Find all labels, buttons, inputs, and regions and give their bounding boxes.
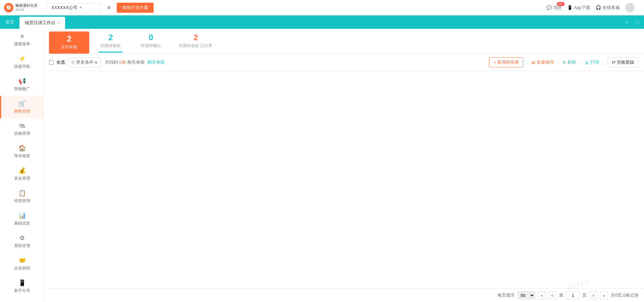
app-download-label: App下载	[574, 5, 590, 11]
sidebar-item-basic-info[interactable]: 📊 基础信息	[0, 208, 43, 230]
sidebar-item-guide[interactable]: 📱 新手引导	[0, 275, 43, 298]
found-text: 共找到 0条 相关单据	[105, 59, 145, 65]
tab-bar: 首页 钱货日清工作台 × × □	[0, 15, 644, 29]
more-conditions-button[interactable]: ▽ 更多条件 ▾	[68, 57, 101, 67]
sidebar-label-basic-info: 基础信息	[14, 221, 30, 226]
sidebar-item-inventory[interactable]: 🏠 库存核算	[0, 140, 43, 163]
total-info: 共0页,0条记录	[611, 292, 639, 298]
sidebar-item-purchase[interactable]: 🛍 采购管理	[0, 118, 43, 140]
company-selector[interactable]: XXXXXX公司 ▼	[48, 3, 101, 12]
print-icon: 🖨	[585, 60, 589, 65]
found-suffix: 相关单据	[127, 60, 145, 65]
sidebar-label-sales: 销售管理	[14, 109, 30, 114]
sidebar-item-marketing[interactable]: 📢 营销推广	[0, 73, 43, 96]
batch-button[interactable]: ⊞ 批量操作	[532, 59, 554, 65]
page-label: 第	[559, 292, 564, 298]
page-number-input[interactable]	[566, 291, 580, 299]
sidebar-item-enterprise-coop[interactable]: 🤝 企业协同	[0, 253, 43, 275]
last-page-button[interactable]: »	[600, 291, 608, 299]
sidebar-item-app-center[interactable]: 📦 应用中心	[0, 298, 43, 302]
header-right: 💬 消息 99+ 📱 App下载 🎧 在线客服	[546, 3, 640, 12]
tab-close-icon[interactable]: ×	[57, 20, 60, 25]
sidebar-label-marketing: 营销推广	[14, 86, 30, 92]
batch-label: 批量操作	[537, 59, 554, 65]
sidebar-item-sales[interactable]: 🛒 销售管理	[0, 96, 43, 118]
add-sales-button[interactable]: + 新增销货单	[489, 57, 523, 67]
sidebar-label-guide: 新手引导	[14, 288, 30, 294]
trial-button[interactable]: 体验行业方案	[117, 3, 154, 13]
switch-label: 切换新版	[617, 60, 634, 65]
menu-icon: ≡	[20, 33, 24, 40]
table-area	[44, 71, 644, 288]
toolbar-right: + 新增销货单 ⊞ 批量操作 ↻ 刷新 🖨 打印 ⇄	[489, 57, 639, 67]
system-icon: ⚙	[19, 234, 25, 242]
sidebar-label-enterprise-coop: 企业协同	[14, 265, 30, 271]
window-max-button[interactable]: □	[633, 18, 641, 26]
lightning-icon: ⚡	[18, 55, 26, 62]
stat-label-all: 全部单据	[61, 44, 77, 50]
sidebar-item-finance[interactable]: 💰 资金管理	[0, 163, 43, 185]
logo-area: 畅 畅捷通好生意 标准版	[4, 3, 48, 12]
last-page-icon: »	[603, 293, 605, 298]
money-icon: 💰	[18, 167, 26, 174]
stat-underline	[99, 52, 123, 53]
settings-button[interactable]: ⚙	[104, 3, 114, 13]
company-name: XXXXXX公司	[51, 5, 77, 11]
sidebar-label-operations: 经营管理	[14, 198, 30, 204]
app-download-button[interactable]: 📱 App下载	[567, 5, 590, 11]
active-tab-label: 钱货日清工作台	[25, 20, 55, 26]
refresh-label: 刷新	[568, 59, 576, 65]
next-page-icon: >	[592, 293, 595, 298]
divider-1	[527, 60, 528, 65]
related-orders-link[interactable]: 相关单据	[147, 59, 165, 65]
logo-icon: 畅	[4, 3, 13, 12]
prev-page-icon: <	[551, 293, 554, 298]
message-button[interactable]: 💬 消息 99+	[546, 5, 562, 11]
first-page-icon: «	[540, 293, 543, 298]
stat-card-overdue[interactable]: 2 到期未收款	[91, 29, 131, 54]
sidebar-item-operations[interactable]: 📋 经营管理	[0, 185, 43, 208]
divider-3	[580, 60, 581, 65]
per-page-select[interactable]: 50 10 20 100	[518, 291, 535, 299]
stat-card-all[interactable]: 2 全部单据	[49, 32, 89, 54]
logo-text-area: 畅捷通好生意 标准版	[15, 3, 38, 12]
sidebar-label-inventory: 库存核算	[14, 153, 30, 159]
stat-number-unshipped: 2	[194, 33, 198, 42]
sidebar-item-system[interactable]: ⚙ 系统管理	[0, 230, 43, 253]
sidebar-item-quick-nav[interactable]: ⚡ 快捷导航	[0, 51, 43, 73]
stat-card-unshipped[interactable]: 2 到期未收款 已出库	[171, 29, 220, 54]
window-close-button[interactable]: ×	[623, 18, 631, 26]
refresh-button[interactable]: ↻ 刷新	[562, 59, 576, 65]
sidebar-label-system: 系统管理	[14, 243, 30, 249]
divider-2	[558, 60, 558, 65]
tab-home[interactable]: 首页	[0, 15, 19, 29]
avatar[interactable]	[625, 3, 635, 12]
found-count: 0条	[119, 60, 126, 65]
stat-number-wangpu: 0	[149, 33, 153, 42]
online-service-label: 在线客服	[602, 5, 620, 11]
sidebar-label-purchase: 采购管理	[14, 131, 30, 136]
pagination: 每页显示 50 10 20 100 « < 第 页 > » 共0页,0条记录	[44, 288, 644, 302]
stat-label-unshipped: 到期未收款 已出库	[179, 43, 212, 49]
tab-active[interactable]: 钱货日清工作台 ×	[19, 17, 65, 29]
chevron-down-icon: ▾	[95, 60, 97, 65]
app-name: 畅捷通好生意	[15, 3, 38, 8]
next-page-button[interactable]: >	[589, 291, 597, 299]
prev-page-button[interactable]: <	[548, 291, 556, 299]
stat-card-wangpu[interactable]: 0 旺辅待确认	[131, 29, 171, 54]
online-service-button[interactable]: 🎧 在线客服	[596, 5, 620, 11]
chevron-down-icon: ▼	[79, 6, 82, 9]
sidebar-item-search-menu[interactable]: ≡ 搜索菜单	[0, 29, 43, 51]
more-conditions-label: 更多条件	[76, 59, 94, 65]
print-label: 打印	[590, 59, 599, 65]
app-badge: 标准版	[15, 8, 38, 12]
select-all-label: 全选	[56, 59, 65, 65]
found-prefix: 共找到	[105, 60, 118, 65]
select-all-checkbox[interactable]	[49, 60, 54, 65]
switch-version-button[interactable]: ⇄ 切换新版	[607, 57, 639, 67]
first-page-button[interactable]: «	[538, 291, 546, 299]
megaphone-icon: 📢	[18, 77, 26, 85]
message-badge: 99+	[557, 2, 565, 6]
print-button[interactable]: 🖨 打印	[585, 59, 599, 65]
sidebar: ≡ 搜索菜单 ⚡ 快捷导航 📢 营销推广 🛒 销售管理 🛍 采购管理 🏠 库存核…	[0, 29, 44, 302]
